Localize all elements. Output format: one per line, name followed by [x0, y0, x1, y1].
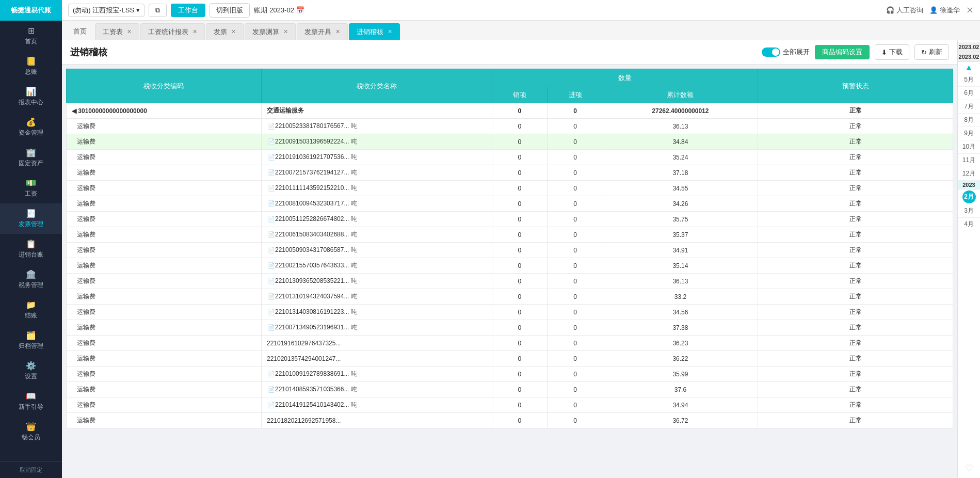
download-button[interactable]: ⬇ 下载: [875, 44, 909, 60]
calendar-month-12[interactable]: 12月: [958, 167, 980, 181]
sidebar-item-label: 发票管理: [19, 220, 43, 229]
workbench-button[interactable]: 工作台: [171, 4, 205, 17]
sidebar-item-reports[interactable]: 📊 报表中心: [0, 82, 62, 112]
refresh-button[interactable]: ↻ 刷新: [914, 44, 949, 60]
calendar-month-7[interactable]: 7月: [958, 100, 980, 114]
table-row: 运输费 📄22101910361921707536...吨 0 0 35.24 …: [67, 150, 953, 165]
tab-salary-stats[interactable]: 工资统计报表 ✕: [140, 23, 205, 40]
settings-button[interactable]: 商品编码设置: [815, 45, 870, 59]
company-selector[interactable]: (勿动) 江西报宝-LSS ▾: [68, 4, 144, 17]
cell-name: 运输费: [67, 289, 262, 305]
cell-purchase: 0: [548, 196, 603, 212]
col-subheader-sales: 销项: [492, 87, 548, 103]
table-row: 运输费 22102013574294001247... 0 0 36.22 正常: [67, 351, 953, 367]
cell-purchase: 0: [548, 181, 603, 196]
calendar-month-5[interactable]: 5月: [958, 73, 980, 87]
tab-close-invoice[interactable]: ✕: [231, 28, 236, 35]
sidebar-item-guide[interactable]: 📖 新手引导: [0, 386, 62, 417]
cell-sales: 0: [492, 212, 548, 227]
app-logo: 畅捷通易代账: [0, 0, 62, 21]
sidebar-item-home[interactable]: ⊞ 首页: [0, 21, 62, 51]
cell-name: 运输费: [67, 351, 262, 367]
guide-icon: 📖: [26, 391, 36, 401]
favorite-icon[interactable]: ♡: [965, 463, 973, 478]
table-row: 运输费 📄22101314030816191223...吨 0 0 34.56 …: [67, 305, 953, 320]
unpin-button[interactable]: 取消固定: [0, 461, 62, 478]
close-button[interactable]: ✕: [966, 5, 974, 16]
tab-reconcile[interactable]: 进销稽核 ✕: [349, 23, 400, 40]
tab-close-invoice-calc[interactable]: ✕: [283, 28, 288, 35]
sidebar-item-settle[interactable]: 📁 结账: [0, 295, 62, 325]
sidebar-item-member[interactable]: 👑 畅会员: [0, 417, 62, 447]
sidebar-item-archive[interactable]: 🗂️ 归档管理: [0, 325, 62, 356]
cell-cumulative: 34.91: [603, 243, 758, 258]
table-row: 运输费 📄22100523381780176567...吨 0 0 36.13 …: [67, 119, 953, 134]
sidebar-item-salary[interactable]: 💵 工资: [0, 173, 62, 203]
table-row: 运输费 📄22101419125410143402...吨 0 0 34.94 …: [67, 397, 953, 413]
cell-status: 正常: [758, 150, 953, 165]
calendar-scroll-up[interactable]: ▲: [965, 62, 973, 73]
cell-cumulative: 34.26: [603, 196, 758, 212]
cell-name: 运输费: [67, 243, 262, 258]
tab-salary[interactable]: 工资表 ✕: [95, 23, 139, 40]
tab-invoice[interactable]: 发票 ✕: [206, 23, 244, 40]
table-row: 运输费 📄22101009192789838691...吨 0 0 35.99 …: [67, 367, 953, 382]
chevron-down-icon: ▾: [136, 6, 140, 14]
cell-name: 运输费: [67, 258, 262, 274]
main-area: (勿动) 江西报宝-LSS ▾ ⧉ 工作台 切到旧版 账期 2023-02 📅 …: [62, 0, 980, 478]
table-row: 运输费 📄22101408593571035366...吨 0 0 37.6 正…: [67, 382, 953, 397]
calendar-month-11[interactable]: 11月: [958, 154, 980, 167]
cell-inv-code: 📄22100713490523196931...吨: [261, 320, 492, 336]
tab-close-salary-stats[interactable]: ✕: [192, 28, 197, 35]
unpin-label: 取消固定: [20, 466, 42, 474]
customer-service[interactable]: 🎧 人工咨询: [886, 6, 923, 15]
user-profile[interactable]: 👤 徐逢华: [929, 6, 960, 15]
cell-purchase: 0: [548, 382, 603, 397]
calendar-month-8[interactable]: 8月: [958, 114, 980, 127]
calendar-month-6[interactable]: 6月: [958, 87, 980, 100]
tab-invoice-calc[interactable]: 发票测算 ✕: [245, 23, 296, 40]
calendar-icon[interactable]: 📅: [296, 6, 304, 14]
calendar-month-9[interactable]: 9月: [958, 127, 980, 140]
sidebar-item-label: 进销台账: [19, 250, 43, 259]
cell-name: 运输费: [67, 382, 262, 397]
calendar-month-4[interactable]: 4月: [958, 218, 980, 231]
sidebar-item-ledger[interactable]: 📒 总账: [0, 51, 62, 82]
calendar-month-current[interactable]: 2月: [962, 190, 976, 203]
cell-purchase: 0: [548, 289, 603, 305]
expand-toggle[interactable]: 全部展开: [762, 47, 810, 57]
cell-inv-code: 📄22101009192789838691...吨: [261, 367, 492, 382]
sidebar-item-purchase-sales[interactable]: 📋 进销台账: [0, 234, 62, 264]
tab-invoice-open[interactable]: 发票开具 ✕: [297, 23, 348, 40]
copy-button[interactable]: ⧉: [149, 4, 167, 17]
table-row: 运输费 📄22100215570357643633...吨 0 0 35.14 …: [67, 258, 953, 274]
switch-version-button[interactable]: 切到旧版: [210, 3, 250, 18]
sidebar-item-settings[interactable]: ⚙️ 设置: [0, 356, 62, 386]
calendar-month-3[interactable]: 3月: [958, 204, 980, 218]
sidebar-item-invoice-mgmt[interactable]: 🧾 发票管理: [0, 203, 62, 234]
table-row: 运输费 📄22100915031396592224...吨 0 0 34.84 …: [67, 134, 953, 150]
cell-purchase: 0: [548, 274, 603, 289]
cell-sales: 0: [492, 181, 548, 196]
calendar-month-10[interactable]: 10月: [958, 140, 980, 154]
tab-close-reconcile[interactable]: ✕: [388, 28, 392, 35]
col-header-name: 税收分类名称: [261, 69, 492, 103]
tab-close-salary[interactable]: ✕: [127, 28, 132, 35]
sidebar-item-funds[interactable]: 💰 资金管理: [0, 112, 62, 142]
cell-sales: 0: [492, 397, 548, 413]
cell-inv-code: 📄22101111143592152210...吨: [261, 181, 492, 196]
cell-status: 正常: [758, 196, 953, 212]
reconcile-table: 税收分类编码 税收分类名称 数量 预警状态 销项 进项 累计数额 ◀ 3: [66, 69, 953, 428]
toggle-switch[interactable]: [762, 47, 780, 57]
sidebar-item-tax[interactable]: 🏛️ 税务管理: [0, 264, 62, 295]
tab-close-invoice-open[interactable]: ✕: [335, 28, 340, 35]
tab-home[interactable]: 首页: [66, 23, 94, 40]
cell-purchase: 0: [548, 258, 603, 274]
cell-status: 正常: [758, 305, 953, 320]
cell-cumulative: 35.37: [603, 227, 758, 243]
cell-status: 正常: [758, 181, 953, 196]
cell-cumulative: 35.75: [603, 212, 758, 227]
sidebar-item-label: 工资: [25, 189, 37, 198]
cell-name: 运输费: [67, 336, 262, 351]
sidebar-item-assets[interactable]: 🏢 固定资产: [0, 142, 62, 173]
